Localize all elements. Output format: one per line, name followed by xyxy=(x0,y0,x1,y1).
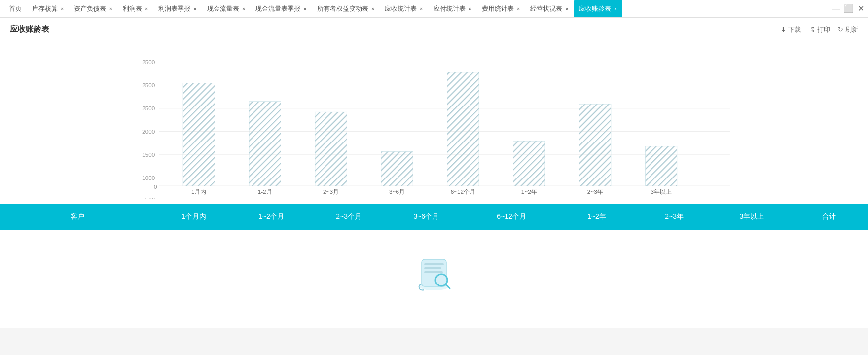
svg-text:2000: 2000 xyxy=(142,128,155,135)
tab-label-cashflow: 现金流量表 xyxy=(207,4,239,13)
table-header-cell-7: 2~3年 xyxy=(636,213,713,221)
svg-text:500: 500 xyxy=(145,196,155,199)
minimize-button[interactable]: — xyxy=(832,4,840,13)
bar-1月内 xyxy=(183,83,215,186)
tab-label-operation: 经营状况表 xyxy=(530,4,562,13)
empty-icon xyxy=(409,249,459,299)
svg-text:2~3年: 2~3年 xyxy=(587,188,603,195)
download-button[interactable]: ⬇ 下载 xyxy=(781,25,801,34)
svg-text:3年以上: 3年以上 xyxy=(651,188,672,195)
tab-label-home: 首页 xyxy=(9,4,22,13)
svg-rect-27 xyxy=(424,267,441,269)
table-header-cell-8: 3年以上 xyxy=(713,213,791,221)
svg-text:2500: 2500 xyxy=(142,59,155,65)
tab-profit[interactable]: 利润表× xyxy=(118,0,153,18)
print-button[interactable]: 🖨 打印 xyxy=(809,25,830,34)
svg-rect-28 xyxy=(424,271,443,273)
bar-1-2年 xyxy=(513,141,545,186)
chart-area: 2500 2500 2500 2000 1500 1000 500 0 1月内 xyxy=(0,41,868,204)
tab-ar-stats[interactable]: 应收统计表× xyxy=(380,0,428,18)
tab-label-ar-aging: 应收账龄表 xyxy=(579,4,611,13)
table-header-cell-4: 3~6个月 xyxy=(388,213,465,221)
page-title: 应收账龄表 xyxy=(10,24,49,35)
tab-label-profit: 利润表 xyxy=(123,4,142,13)
table-header: 客户1个月内1~2个月2~3个月3~6个月6~12个月1~2年2~3年3年以上合… xyxy=(0,204,868,230)
tab-ar-aging[interactable]: 应收账龄表× xyxy=(574,0,622,18)
chart-container: 2500 2500 2500 2000 1500 1000 500 0 1月内 xyxy=(20,51,848,199)
svg-text:1月内: 1月内 xyxy=(191,188,207,195)
tab-ap-stats[interactable]: 应付统计表× xyxy=(429,0,477,18)
main-content: 2500 2500 2500 2000 1500 1000 500 0 1月内 xyxy=(0,41,868,328)
table-header-cell-3: 2~3个月 xyxy=(310,213,388,221)
tab-bar: 首页库存核算×资产负债表×利润表×利润表季报×现金流量表×现金流量表季报×所有者… xyxy=(0,0,868,18)
tab-close-ap-stats[interactable]: × xyxy=(469,6,471,12)
maximize-button[interactable]: ⬜ xyxy=(844,4,854,13)
bar-1-2月 xyxy=(249,102,281,186)
svg-text:1-2月: 1-2月 xyxy=(258,188,272,195)
tab-close-operation[interactable]: × xyxy=(565,6,568,12)
tab-close-equity[interactable]: × xyxy=(371,6,374,12)
bar-6-12月 xyxy=(447,72,479,186)
table-header-cell-0: 客户 xyxy=(0,213,155,221)
svg-text:6~12个月: 6~12个月 xyxy=(451,188,476,195)
tab-close-inventory[interactable]: × xyxy=(61,6,64,12)
refresh-icon: ↻ xyxy=(838,26,843,33)
table-header-cell-5: 6~12个月 xyxy=(465,213,558,221)
tab-cashflow-quarterly[interactable]: 现金流量表季报× xyxy=(251,0,312,18)
tab-close-profit[interactable]: × xyxy=(145,6,148,12)
tab-label-expense-stats: 费用统计表 xyxy=(482,4,514,13)
refresh-button[interactable]: ↻ 刷新 xyxy=(838,25,858,34)
print-icon: 🖨 xyxy=(809,26,815,33)
bar-3年以上 xyxy=(646,146,677,186)
tab-close-balance[interactable]: × xyxy=(109,6,112,12)
tab-label-ar-stats: 应收统计表 xyxy=(385,4,417,13)
tab-label-cashflow-quarterly: 现金流量表季报 xyxy=(255,4,300,13)
page-header: 应收账龄表 ⬇ 下载 🖨 打印 ↻ 刷新 xyxy=(0,18,868,41)
tab-expense-stats[interactable]: 费用统计表× xyxy=(477,0,525,18)
tab-inventory[interactable]: 库存核算× xyxy=(27,0,69,18)
svg-text:1500: 1500 xyxy=(142,151,155,158)
table-header-cell-1: 1个月内 xyxy=(155,213,232,221)
tab-equity[interactable]: 所有者权益变动表× xyxy=(312,0,380,18)
svg-text:1~2年: 1~2年 xyxy=(521,188,537,195)
svg-text:0: 0 xyxy=(154,183,157,190)
header-actions: ⬇ 下载 🖨 打印 ↻ 刷新 xyxy=(781,25,858,34)
empty-state xyxy=(0,230,868,328)
tab-close-profit-quarterly[interactable]: × xyxy=(193,6,196,12)
tab-label-profit-quarterly: 利润表季报 xyxy=(158,4,190,13)
table-header-cell-9: 合计 xyxy=(791,213,868,221)
bar-chart: 2500 2500 2500 2000 1500 1000 500 0 1月内 xyxy=(20,51,848,199)
tab-profit-quarterly[interactable]: 利润表季报× xyxy=(153,0,202,18)
close-button[interactable]: ✕ xyxy=(858,4,864,13)
download-icon: ⬇ xyxy=(781,26,786,33)
tab-balance[interactable]: 资产负债表× xyxy=(69,0,117,18)
tab-label-equity: 所有者权益变动表 xyxy=(317,4,368,13)
tab-label-inventory: 库存核算 xyxy=(32,4,58,13)
tab-close-ar-aging[interactable]: × xyxy=(614,6,617,12)
tab-cashflow[interactable]: 现金流量表× xyxy=(202,0,251,18)
bar-3-6月 xyxy=(381,152,413,186)
table-header-cell-2: 1~2个月 xyxy=(232,213,310,221)
tab-label-ap-stats: 应付统计表 xyxy=(434,4,466,13)
svg-text:2500: 2500 xyxy=(142,82,155,88)
bar-2-3年 xyxy=(579,104,611,186)
svg-text:2500: 2500 xyxy=(142,105,155,111)
bar-2-3月 xyxy=(315,112,347,186)
tab-close-expense-stats[interactable]: × xyxy=(517,6,520,12)
svg-text:2~3月: 2~3月 xyxy=(323,188,339,195)
svg-rect-26 xyxy=(424,263,444,265)
tab-close-ar-stats[interactable]: × xyxy=(420,6,423,12)
svg-text:3~6月: 3~6月 xyxy=(389,188,405,195)
tab-operation[interactable]: 经营状况表× xyxy=(525,0,574,18)
svg-text:1000: 1000 xyxy=(142,175,155,181)
tab-home[interactable]: 首页 xyxy=(4,0,27,18)
tab-label-balance: 资产负债表 xyxy=(74,4,106,13)
window-controls: — ⬜ ✕ xyxy=(828,4,864,13)
tab-close-cashflow-quarterly[interactable]: × xyxy=(303,6,306,12)
table-header-cell-6: 1~2年 xyxy=(558,213,635,221)
tab-close-cashflow[interactable]: × xyxy=(242,6,245,12)
